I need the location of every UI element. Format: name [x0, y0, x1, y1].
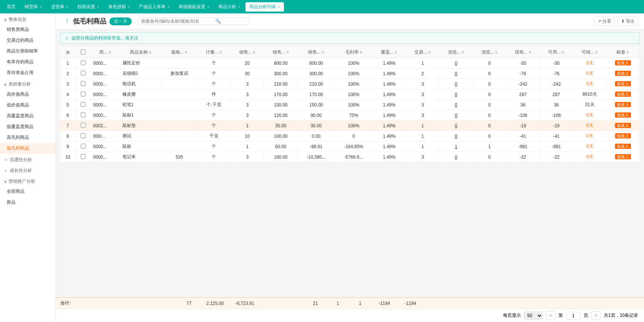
nav-permissions[interactable]: 权限设置×: [74, 2, 103, 12]
search-input[interactable]: [141, 19, 215, 24]
sidebar-item-low-coverage[interactable]: 低覆盖度商品: [0, 121, 55, 132]
row-view1[interactable]: 0: [439, 131, 473, 141]
nav-template[interactable]: 单据模板设置×: [175, 2, 213, 12]
col-sales-profit[interactable]: 销售...⇅: [297, 47, 334, 58]
row-checkbox[interactable]: [76, 131, 91, 141]
row-name[interactable]: 鼠标: [120, 141, 161, 152]
close-icon[interactable]: ×: [207, 5, 209, 9]
col-current-stock[interactable]: 现有...⇅: [506, 47, 540, 58]
per-page-select[interactable]: 50 20 100: [524, 312, 543, 320]
close-icon[interactable]: ×: [66, 5, 68, 9]
sidebar-group-cluster[interactable]: ∨ 类群量分析: [0, 78, 55, 89]
row-name[interactable]: 属性定价: [120, 58, 161, 68]
row-view1[interactable]: 0: [439, 110, 473, 121]
sidebar-item-sales-goods[interactable]: 销售类商品: [0, 24, 55, 35]
filter-recent-month-button[interactable]: 近一月: [109, 17, 132, 25]
prev-page-button[interactable]: ＜: [546, 311, 555, 320]
row-checkbox[interactable]: [76, 121, 91, 131]
sidebar-item-stocked-goods[interactable]: 有库存的商品: [0, 57, 55, 67]
sidebar-group-marketing[interactable]: ∨ 营销推广分析: [0, 175, 55, 186]
close-icon[interactable]: ×: [238, 5, 240, 9]
nav-sales[interactable]: 销货单×: [21, 2, 46, 12]
close-icon[interactable]: ×: [97, 5, 99, 9]
row-name[interactable]: 铅笔1: [120, 100, 161, 110]
sidebar-item-category-rate[interactable]: 商品分类助销率: [0, 46, 55, 57]
row-checkbox[interactable]: [76, 79, 91, 89]
sidebar-item-low-value[interactable]: 低价值商品: [0, 100, 55, 111]
col-spec[interactable]: 规格...⇅: [161, 47, 197, 58]
nav-analysis-list[interactable]: 商品分析列表×: [246, 2, 284, 12]
sidebar-group-overall[interactable]: ∨ 整体信息: [0, 13, 55, 24]
row-name[interactable]: 橡皮擦: [120, 89, 161, 100]
export-button[interactable]: ⬆ 导出: [618, 17, 638, 26]
col-settings[interactable]: ⚙: [60, 47, 76, 58]
collapse-sidebar-button[interactable]: 《: [62, 16, 70, 26]
row-checkbox[interactable]: [76, 110, 91, 121]
row-select-checkbox[interactable]: [81, 154, 86, 159]
nav-roles[interactable]: 角色授权×: [105, 2, 134, 12]
col-code[interactable]: 商...⇅: [91, 47, 120, 58]
col-sellable[interactable]: 可销...⇅: [573, 47, 606, 58]
row-view1[interactable]: 1: [439, 141, 473, 152]
row-select-checkbox[interactable]: [81, 71, 86, 76]
row-name[interactable]: 鼠标1: [120, 110, 161, 121]
close-icon[interactable]: ×: [128, 5, 130, 9]
sidebar-item-low-margin[interactable]: 低毛利商品: [0, 143, 55, 154]
row-view1[interactable]: 0: [439, 152, 473, 162]
row-view1[interactable]: 0: [439, 68, 473, 79]
close-icon[interactable]: ×: [278, 5, 280, 9]
row-checkbox[interactable]: [76, 100, 91, 110]
col-view1[interactable]: 浏览...⇅: [439, 47, 473, 58]
row-checkbox[interactable]: [76, 68, 91, 79]
row-view1[interactable]: 0: [439, 100, 473, 110]
sidebar-item-new-goods[interactable]: 新品: [0, 197, 55, 208]
col-gross-margin[interactable]: 毛利率⇅: [335, 47, 372, 58]
col-unit[interactable]: 计量...⇅: [197, 47, 231, 58]
row-name[interactable]: 笔记本: [120, 152, 161, 162]
close-icon[interactable]: ×: [167, 5, 170, 9]
sidebar-item-inventory-capital[interactable]: 库存资金占用: [0, 67, 55, 78]
sidebar-item-traded-goods[interactable]: 交易过的商品: [0, 35, 55, 46]
row-checkbox[interactable]: [76, 89, 91, 100]
row-select-checkbox[interactable]: [81, 123, 86, 128]
row-name[interactable]: 电话机: [120, 79, 161, 89]
col-available[interactable]: 可用...⇅: [539, 47, 573, 58]
nav-purchase[interactable]: 进货单×: [47, 2, 72, 12]
row-select-checkbox[interactable]: [81, 92, 86, 96]
row-select-checkbox[interactable]: [81, 133, 86, 138]
sidebar-group-growth[interactable]: ＞ 成长性分析: [0, 165, 55, 175]
row-select-checkbox[interactable]: [81, 112, 86, 117]
row-view1[interactable]: 0: [439, 79, 473, 89]
row-name[interactable]: 测试: [120, 131, 161, 141]
col-view2[interactable]: 浏览...⇅: [473, 47, 506, 58]
row-name[interactable]: 吴细细1: [120, 68, 161, 79]
col-name[interactable]: 商品名称⇅: [120, 47, 161, 58]
sidebar-item-high-value[interactable]: 高价值商品: [0, 89, 55, 100]
sidebar-item-high-coverage[interactable]: 高覆盖度商品: [0, 111, 55, 121]
sidebar-item-high-margin[interactable]: 高毛利商品: [0, 132, 55, 143]
select-all-checkbox[interactable]: [81, 50, 86, 54]
row-name[interactable]: 鼠标垫: [120, 121, 161, 131]
row-select-checkbox[interactable]: [81, 81, 86, 86]
row-select-checkbox[interactable]: [81, 144, 86, 149]
nav-product-entry[interactable]: 产成品入库单×: [135, 2, 173, 12]
nav-home[interactable]: 首页: [3, 2, 19, 12]
row-view1[interactable]: 0: [439, 58, 473, 68]
row-checkbox[interactable]: [76, 58, 91, 68]
col-sales-qty[interactable]: 销售...⇅: [231, 47, 264, 58]
col-coverage[interactable]: 覆盖...⇅: [372, 47, 406, 58]
sidebar-item-all-goods[interactable]: 全部商品: [0, 186, 55, 197]
row-view1[interactable]: 0: [439, 89, 473, 100]
row-checkbox[interactable]: [76, 141, 91, 152]
nav-product-analysis[interactable]: 商品分析×: [215, 2, 244, 12]
row-checkbox[interactable]: [76, 152, 91, 162]
share-button[interactable]: ↗ 分享: [594, 17, 615, 26]
row-view1[interactable]: 0: [439, 121, 473, 131]
col-transaction[interactable]: 交易...⇅: [406, 47, 439, 58]
col-tag[interactable]: 标签⇅: [606, 47, 639, 58]
close-icon[interactable]: ×: [40, 5, 42, 9]
col-sales-amount[interactable]: 销售...⇅: [264, 47, 298, 58]
col-checkbox[interactable]: [76, 47, 91, 58]
sidebar-group-circulation[interactable]: ＞ 流通性分析: [0, 154, 55, 165]
page-number-input[interactable]: [566, 312, 581, 319]
